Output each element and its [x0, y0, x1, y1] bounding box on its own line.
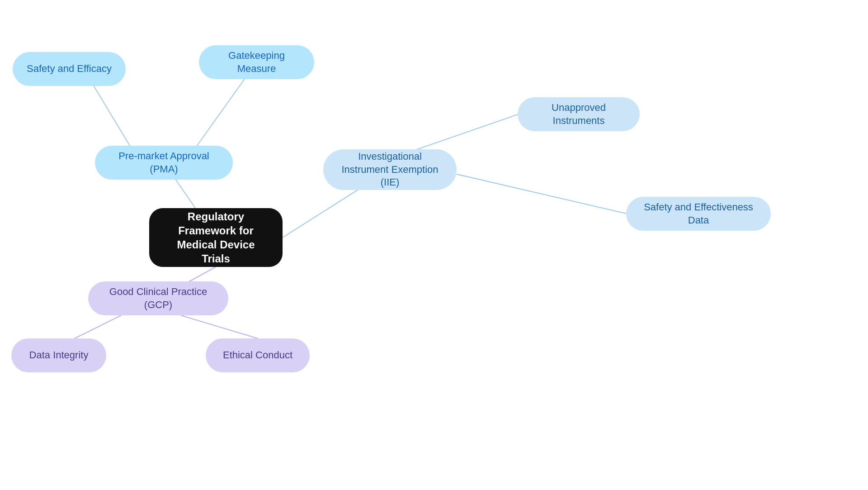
sed-node: Safety and Effectiveness Data — [626, 197, 771, 231]
pma-node: Pre-market Approval (PMA) — [95, 146, 233, 180]
data-integrity-node: Data Integrity — [11, 338, 106, 372]
ethical-conduct-node: Ethical Conduct — [206, 338, 310, 372]
mind-map: Regulatory Framework for Medical Device … — [0, 0, 868, 490]
gatekeeping-node: Gatekeeping Measure — [199, 45, 314, 79]
iie-label: Investigational Instrument Exemption (II… — [337, 150, 443, 189]
svg-line-7 — [75, 315, 121, 338]
svg-line-8 — [181, 315, 258, 338]
iie-node: Investigational Instrument Exemption (II… — [323, 149, 457, 190]
connection-lines — [0, 0, 868, 490]
pma-label: Pre-market Approval (PMA) — [108, 150, 219, 176]
center-node: Regulatory Framework for Medical Device … — [149, 208, 283, 267]
unapproved-node: Unapproved Instruments — [518, 97, 640, 131]
ethical-conduct-label: Ethical Conduct — [223, 349, 292, 362]
center-label: Regulatory Framework for Medical Device … — [163, 209, 269, 266]
unapproved-label: Unapproved Instruments — [531, 101, 626, 127]
gcp-node: Good Clinical Practice (GCP) — [88, 281, 228, 315]
sed-label: Safety and Effectiveness Data — [640, 201, 757, 227]
gatekeeping-label: Gatekeeping Measure — [212, 49, 301, 75]
svg-line-4 — [407, 114, 518, 153]
safety-efficacy-node: Safety and Efficacy — [13, 52, 126, 86]
gcp-label: Good Clinical Practice (GCP) — [102, 285, 215, 311]
safety-efficacy-label: Safety and Efficacy — [27, 62, 112, 76]
svg-line-5 — [457, 174, 626, 214]
data-integrity-label: Data Integrity — [29, 349, 89, 362]
